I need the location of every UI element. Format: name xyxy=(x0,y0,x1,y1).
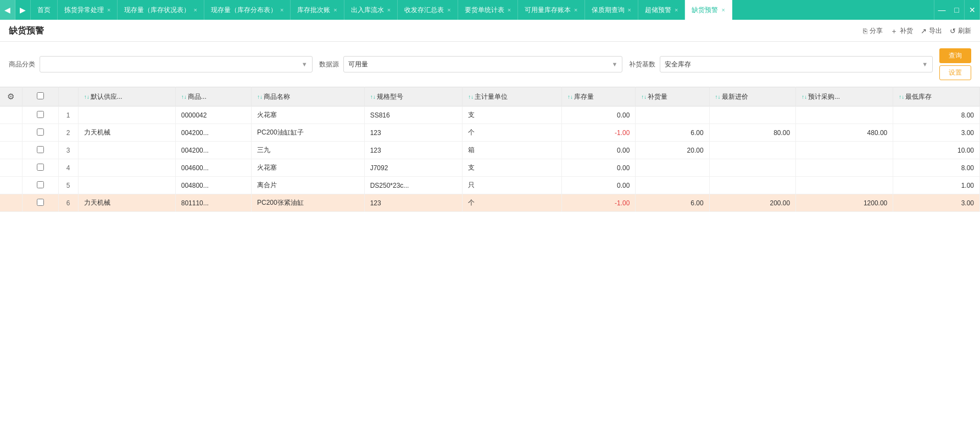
data-source-group: 数据源 可用量 ▼ xyxy=(319,56,623,72)
tab-close-quehuo[interactable]: × xyxy=(721,7,725,13)
settings-button[interactable]: 设置 xyxy=(939,65,971,80)
th-checkbox[interactable] xyxy=(22,87,58,107)
page-title: 缺货预警 xyxy=(9,25,44,37)
replenish-basis-select[interactable]: 安全库存 ▼ xyxy=(660,56,933,72)
row-stock: 0.00 xyxy=(562,107,636,124)
query-button[interactable]: 查询 xyxy=(939,48,971,63)
minimize-btn[interactable]: — xyxy=(934,0,949,20)
th-product-name[interactable]: ↑↓商品名称 xyxy=(251,87,364,107)
close-window-btn[interactable]: ✕ xyxy=(965,0,980,20)
row-checkbox[interactable] xyxy=(37,181,44,188)
tab-baozhiqi[interactable]: 保质期查询× xyxy=(585,0,638,20)
tab-quehuo[interactable]: 缺货预警× xyxy=(685,0,732,20)
export-button[interactable]: ↗ 导出 xyxy=(921,26,942,36)
spec-sort-icon: ↑↓ xyxy=(370,94,376,100)
th-unit[interactable]: ↑↓主计量单位 xyxy=(463,87,562,107)
row-checkbox[interactable] xyxy=(37,128,44,136)
refresh-button[interactable]: ↺ 刷新 xyxy=(950,26,971,36)
row-min-stock: 8.00 xyxy=(893,107,980,124)
tab-close-xianzun-ku[interactable]: × xyxy=(193,7,197,13)
tab-close-chaochuyujing[interactable]: × xyxy=(675,7,678,13)
row-product-code: 004800... xyxy=(175,177,251,194)
tab-close-shoushou[interactable]: × xyxy=(447,7,450,13)
row-product-code: 801110... xyxy=(175,194,251,212)
row-unit: 个 xyxy=(463,194,562,212)
header-row: ⚙ ↑↓默认供应... ↑↓商品... ↑↓商品名称 ↑↓规格型号 ↑↓主计量单… xyxy=(0,87,980,107)
replenish-button[interactable]: ＋ 补货 xyxy=(890,26,913,36)
row-min-stock: 8.00 xyxy=(893,159,980,177)
tab-keyong[interactable]: 可用量库存账本× xyxy=(518,0,584,20)
row-latest-price xyxy=(709,142,796,159)
th-replenish[interactable]: ↑↓补货量 xyxy=(636,87,709,107)
data-source-select[interactable]: 可用量 ▼ xyxy=(343,56,623,72)
table-body: 10000042火花塞SS816支0.008.002力天机械004200...P… xyxy=(0,107,980,212)
tab-xianzun-ku[interactable]: 现存量（库存状况表）× xyxy=(118,0,204,20)
th-spec[interactable]: ↑↓规格型号 xyxy=(364,87,462,107)
tab-home[interactable]: 首页 xyxy=(31,0,58,20)
row-supplier xyxy=(78,107,175,124)
row-latest-price: 200.00 xyxy=(709,194,796,212)
row-checkbox-cell[interactable] xyxy=(22,142,58,159)
tab-chaochuyujing[interactable]: 超储预警× xyxy=(638,0,685,20)
tab-close-yaohuo[interactable]: × xyxy=(508,7,511,13)
th-stock[interactable]: ↑↓库存量 xyxy=(562,87,636,107)
row-checkbox-cell[interactable] xyxy=(22,107,58,124)
tab-close-keyong[interactable]: × xyxy=(574,7,577,13)
row-spec: 123 xyxy=(364,142,462,159)
data-source-arrow-icon: ▼ xyxy=(611,61,617,68)
row-unit: 支 xyxy=(463,159,562,177)
tab-close-xianzun-fen[interactable]: × xyxy=(280,7,283,13)
replenish-sort-icon: ↑↓ xyxy=(641,94,647,100)
tab-xianzun-fen[interactable]: 现存量（库存分布表）× xyxy=(204,0,291,20)
replenish-basis-label: 补货基数 xyxy=(629,60,655,69)
row-latest-price xyxy=(709,177,796,194)
row-number: 6 xyxy=(58,194,78,212)
row-checkbox-cell[interactable] xyxy=(22,177,58,194)
row-checkbox-cell[interactable] xyxy=(22,124,58,142)
tab-close-pipici[interactable]: × xyxy=(333,7,337,13)
row-estimated-purchase: 1200.00 xyxy=(796,194,893,212)
row-checkbox[interactable] xyxy=(37,199,44,206)
product-category-select[interactable]: ▼ xyxy=(40,56,313,72)
row-latest-price xyxy=(709,107,796,124)
th-supplier[interactable]: ↑↓默认供应... xyxy=(78,87,175,107)
row-spec: DS250*23c... xyxy=(364,177,462,194)
row-product-code: 004200... xyxy=(175,142,251,159)
tab-close-churuku[interactable]: × xyxy=(387,7,391,13)
tab-shoushou[interactable]: 收发存汇总表× xyxy=(398,0,458,20)
product-name-sort-icon: ↑↓ xyxy=(257,94,263,100)
th-gear[interactable]: ⚙ xyxy=(0,87,22,107)
tab-nav-right[interactable]: ▶ xyxy=(15,0,31,20)
refresh-icon: ↺ xyxy=(950,27,956,35)
min-stock-sort-icon: ↑↓ xyxy=(899,94,904,100)
row-checkbox-cell[interactable] xyxy=(22,159,58,177)
tab-yaohuo[interactable]: 要货单统计表× xyxy=(458,0,518,20)
row-replenish xyxy=(636,159,709,177)
tab-close-lian-huo[interactable]: × xyxy=(107,7,110,13)
select-all-checkbox[interactable] xyxy=(37,92,44,99)
row-min-stock: 10.00 xyxy=(893,142,980,159)
maximize-btn[interactable]: □ xyxy=(949,0,965,20)
tab-churuku[interactable]: 出入库流水× xyxy=(344,0,398,20)
row-product-name: PC200张紧油缸 xyxy=(251,194,364,212)
th-product-code[interactable]: ↑↓商品... xyxy=(175,87,251,107)
row-checkbox-cell[interactable] xyxy=(22,194,58,212)
tab-lian-huo[interactable]: 拣货异常处理× xyxy=(58,0,118,20)
tab-nav-left[interactable]: ◀ xyxy=(0,0,15,20)
row-product-name: 火花塞 xyxy=(251,159,364,177)
row-checkbox[interactable] xyxy=(37,164,44,171)
th-min-stock[interactable]: ↑↓最低库存 xyxy=(893,87,980,107)
tab-pipici[interactable]: 库存批次账× xyxy=(291,0,344,20)
filter-bar: 商品分类 ▼ 数据源 可用量 ▼ 补货基数 安全库存 ▼ xyxy=(0,42,980,87)
row-product-code: 0000042 xyxy=(175,107,251,124)
th-estimated-purchase[interactable]: ↑↓预计采购... xyxy=(796,87,893,107)
row-checkbox[interactable] xyxy=(37,111,44,118)
table-header: ⚙ ↑↓默认供应... ↑↓商品... ↑↓商品名称 ↑↓规格型号 ↑↓主计量单… xyxy=(0,87,980,107)
row-checkbox[interactable] xyxy=(37,146,44,153)
row-latest-price: 80.00 xyxy=(709,124,796,142)
share-button[interactable]: ⎘ 分享 xyxy=(863,26,883,36)
row-gear-cell xyxy=(0,194,22,212)
tab-close-baozhiqi[interactable]: × xyxy=(628,7,631,13)
row-gear-cell xyxy=(0,142,22,159)
th-latest-price[interactable]: ↑↓最新进价 xyxy=(709,87,796,107)
